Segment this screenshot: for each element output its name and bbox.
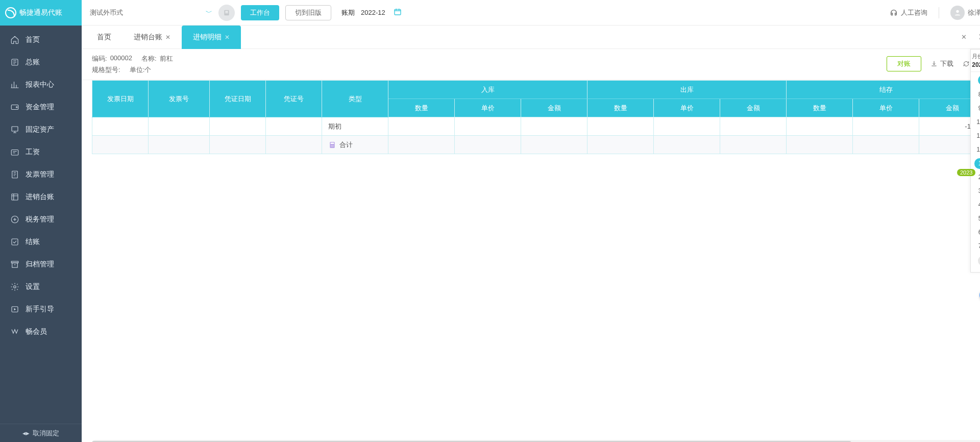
salary-icon <box>10 148 19 157</box>
sidebar-nav: 首页总账报表中心资金管理固定资产工资发票管理进销台账税务管理结账归档管理设置新手… <box>0 26 82 424</box>
svg-rect-16 <box>395 9 401 15</box>
col-in: 入库 <box>388 81 587 99</box>
switch-old-button[interactable]: 切到旧版 <box>285 5 331 20</box>
close-all-tabs-icon[interactable]: ✕ <box>958 32 969 43</box>
book-icon-button[interactable] <box>218 5 235 21</box>
ledger-icon <box>10 58 19 67</box>
horizontal-scrollbar[interactable] <box>92 440 980 442</box>
sidebar-item-salary[interactable]: 工资 <box>0 141 82 163</box>
tab-进销明细[interactable]: 进销明细✕ <box>182 26 241 49</box>
svg-rect-4 <box>11 150 18 156</box>
asset-icon <box>10 125 19 134</box>
table-row: 期初-111. <box>92 117 981 136</box>
sidebar-item-guide[interactable]: 新手引导 <box>0 298 82 321</box>
sidebar-item-archive[interactable]: 归档管理 <box>0 253 82 276</box>
period-value[interactable]: 2022-12 <box>361 9 385 16</box>
sidebar: 畅捷通易代账 首页总账报表中心资金管理固定资产工资发票管理进销台账税务管理结账归… <box>0 0 82 442</box>
cell-out-price <box>654 136 720 154</box>
tab-首页[interactable]: 首页 <box>86 26 122 49</box>
month-item[interactable]: 8月 <box>974 89 980 100</box>
col-bal-price: 单价 <box>853 99 919 117</box>
fullscreen-icon[interactable]: ⛶ <box>976 32 980 43</box>
close-icon[interactable]: ✕ <box>165 34 170 41</box>
close-icon[interactable]: ✕ <box>225 34 230 41</box>
svg-rect-15 <box>225 12 228 13</box>
month-item[interactable]: 10月 <box>974 117 980 128</box>
col-out: 出库 <box>587 81 787 99</box>
month-item[interactable]: 6月 <box>974 227 980 238</box>
month-item[interactable]: 12月 <box>974 144 980 155</box>
sidebar-item-label: 发票管理 <box>26 170 54 179</box>
inventory-detail-table: 发票日期 发票号 凭证日期 凭证号 类型 入库 出库 结存 数量 单价 金额 数… <box>92 80 980 154</box>
month-item[interactable]: 5月 <box>974 213 980 224</box>
calendar-icon[interactable] <box>394 8 402 17</box>
svg-rect-5 <box>12 171 18 178</box>
month-item[interactable]: 2月 <box>974 172 980 183</box>
svg-point-25 <box>333 146 333 147</box>
sidebar-item-ledger[interactable]: 总账 <box>0 51 82 73</box>
reconcile-button[interactable]: 对账 <box>887 56 921 71</box>
item-spec-label: 规格型号: <box>92 65 120 75</box>
month-scroll-up-icon[interactable]: ︿ <box>978 75 980 85</box>
cell-bal-price <box>853 136 919 154</box>
sidebar-item-vip[interactable]: 畅会员 <box>0 321 82 343</box>
sidebar-item-asset[interactable]: 固定资产 <box>0 118 82 141</box>
sidebar-item-settings[interactable]: 设置 <box>0 276 82 298</box>
download-link[interactable]: 下载 <box>930 59 953 68</box>
col-type: 类型 <box>322 81 388 117</box>
cell-in-amount <box>521 136 587 154</box>
help-bubble[interactable] <box>977 289 980 320</box>
col-out-qty: 数量 <box>587 99 654 117</box>
month-scroll-down-icon[interactable]: ﹀ <box>978 256 980 266</box>
guide-icon <box>10 305 19 314</box>
vip-icon <box>10 327 19 336</box>
workbench-button[interactable]: 工作台 <box>241 5 279 20</box>
cell-in-qty <box>388 136 455 154</box>
month-item[interactable]: 7月 <box>974 241 980 252</box>
month-item[interactable]: 4月 <box>974 200 980 210</box>
cell-out-amount <box>720 136 787 154</box>
month-item[interactable]: 11月 <box>974 131 980 141</box>
logo-icon <box>5 7 16 18</box>
cell-out-price <box>654 117 720 136</box>
month-selector-panel: 月份选择 2023.01 ︿ 8月9月10月11月12月1月20232月3月4月… <box>970 49 980 273</box>
sidebar-item-tax[interactable]: 税务管理 <box>0 208 82 231</box>
brand-name: 畅捷通易代账 <box>19 8 62 17</box>
user-menu[interactable]: 徐泽华 <box>950 6 980 20</box>
tab-label: 首页 <box>97 33 111 42</box>
svg-point-24 <box>332 146 332 147</box>
sidebar-item-wallet[interactable]: 资金管理 <box>0 96 82 118</box>
sidebar-item-label: 税务管理 <box>26 215 54 224</box>
support-label: 人工咨询 <box>901 8 927 17</box>
cell-invoice-no <box>149 117 210 136</box>
closing-icon <box>10 237 19 247</box>
company-select[interactable]: 测试外币式 ﹀ <box>90 8 212 17</box>
item-name-value: 前杠 <box>160 54 173 63</box>
support-link[interactable]: 人工咨询 <box>890 8 927 17</box>
col-out-price: 单价 <box>654 99 720 117</box>
col-invoice-no: 发票号 <box>149 81 210 117</box>
cell-in-price <box>455 136 521 154</box>
detail-toolbar: 编码: 000002 名称: 前杠 规格型号: 单位:个 对账 下载 <box>82 49 980 80</box>
pin-icon: ◂▸ <box>22 429 30 437</box>
cell-out-qty <box>587 136 654 154</box>
sidebar-item-home[interactable]: 首页 <box>0 29 82 51</box>
month-item[interactable]: 1月 <box>974 158 980 169</box>
avatar-icon <box>950 6 965 20</box>
sidebar-item-chart[interactable]: 报表中心 <box>0 73 82 96</box>
sidebar-item-stock[interactable]: 进销台账 <box>0 186 82 208</box>
sidebar-item-invoice[interactable]: 发票管理 <box>0 163 82 186</box>
tab-label: 进销台账 <box>134 33 162 42</box>
sidebar-item-closing[interactable]: 结账 <box>0 231 82 253</box>
tab-进销台账[interactable]: 进销台账✕ <box>122 26 182 49</box>
sidebar-item-label: 报表中心 <box>26 80 54 89</box>
sidebar-item-label: 首页 <box>26 35 40 44</box>
cell-type: 期初 <box>322 117 388 136</box>
header-bar: 测试外币式 ﹀ 工作台 切到旧版 账期 2022-12 人工咨询 <box>82 0 980 26</box>
chart-icon <box>10 80 19 89</box>
col-voucher-date: 凭证日期 <box>210 81 266 117</box>
month-item[interactable]: 9月 <box>974 103 980 114</box>
sidebar-pin-toggle[interactable]: ◂▸ 取消固定 <box>0 424 82 442</box>
month-item[interactable]: 3月 <box>974 186 980 197</box>
item-name-label: 名称: <box>141 54 157 63</box>
